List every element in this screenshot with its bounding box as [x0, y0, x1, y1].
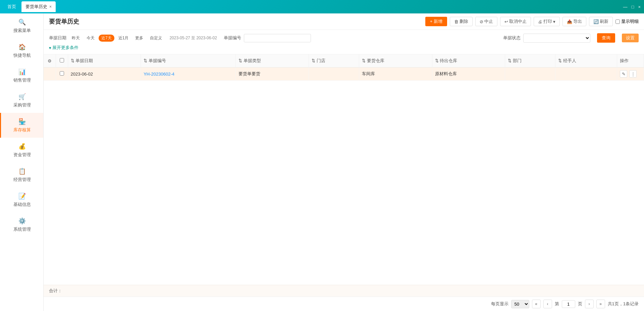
status-label: 单据状态 — [503, 35, 521, 41]
sidebar-item-search-menu[interactable]: 🔍 搜索菜单 — [0, 13, 43, 38]
col-department-sort-icon: ⇅ — [508, 58, 512, 63]
summary-label: 合计： — [49, 288, 62, 293]
doc-number-filter: 单据编号 — [224, 34, 311, 42]
doc-number-link[interactable]: YH-20230602-4 — [144, 72, 174, 77]
col-doc-number-sort-icon: ⇅ — [144, 58, 147, 63]
delete-icon: 🗑 — [454, 19, 459, 24]
window-minimize[interactable]: — — [623, 4, 628, 9]
tab-requisition-history[interactable]: 要货单历史 × — [21, 1, 56, 12]
sidebar-item-finance[interactable]: 💰 资金管理 — [0, 138, 43, 163]
prev-page-btn[interactable]: ‹ — [543, 300, 552, 308]
date-filter: 单据日期 昨天 今天 近7天 近1月 更多 自定义 2023-05-27 至 2… — [49, 35, 217, 42]
delete-label: 删除 — [460, 18, 468, 25]
sidebar-item-finance-label: 资金管理 — [13, 152, 31, 158]
doc-number-input[interactable] — [244, 34, 311, 42]
col-operations: 操作 — [617, 54, 644, 68]
row-req-warehouse: 车间库 — [359, 68, 432, 81]
window-maximize[interactable]: □ — [632, 4, 634, 9]
row-doc-number[interactable]: YH-20230602-4 — [141, 68, 236, 81]
data-table: ⚙ ⇅ 单据日期 ⇅ 单据编号 ⇅ 单据类型 ⇅ 门店 ⇅ 要货仓库 ⇅ 待出仓… — [44, 54, 644, 81]
col-store[interactable]: ⇅ 门店 — [309, 54, 359, 68]
col-pending-warehouse[interactable]: ⇅ 待出仓库 — [432, 54, 505, 68]
date-options: 昨天 今天 近7天 近1月 更多 自定义 — [69, 35, 165, 42]
display-cols-toggle[interactable]: 显示明细 — [615, 18, 639, 25]
filter-bar: 单据日期 昨天 今天 近7天 近1月 更多 自定义 2023-05-27 至 2… — [44, 30, 644, 54]
date-option-1month[interactable]: 近1月 — [116, 35, 131, 42]
print-dropdown-icon: ▾ — [553, 19, 555, 24]
pagination: 每页显示 50 100 200 « ‹ 第 页 › » 共1页，1条记录 — [44, 297, 644, 311]
col-req-warehouse[interactable]: ⇅ 要货仓库 — [359, 54, 432, 68]
date-option-7days[interactable]: 近7天 — [99, 35, 114, 42]
table-row[interactable]: 2023-06-02 YH-20230602-4 要货单要货 车间库 原材料仓库… — [44, 68, 644, 81]
col-doc-type[interactable]: ⇅ 单据类型 — [236, 54, 309, 68]
add-button[interactable]: + 新增 — [425, 17, 447, 26]
row-department — [505, 68, 555, 81]
date-option-custom[interactable]: 自定义 — [147, 35, 165, 42]
select-all-checkbox[interactable] — [60, 58, 64, 62]
expand-conditions-btn[interactable]: ▾ 展开更多条件 — [49, 45, 639, 51]
display-cols-checkbox[interactable] — [615, 19, 620, 24]
page-size-select[interactable]: 50 100 200 — [511, 300, 529, 308]
cancel-stop-button[interactable]: ↩ 取消中止 — [500, 17, 531, 26]
date-option-more[interactable]: 更多 — [132, 35, 146, 42]
col-settings[interactable]: ⚙ — [44, 54, 56, 68]
row-pending-warehouse: 原材料仓库 — [432, 68, 505, 81]
sidebar-item-inventory[interactable]: 🏪 库存核算 — [0, 113, 43, 138]
sidebar-item-system-label: 系统管理 — [13, 226, 31, 232]
col-date[interactable]: ⇅ 单据日期 — [68, 54, 141, 68]
col-date-sort-icon: ⇅ — [71, 58, 74, 63]
stop-icon: ⊘ — [480, 19, 483, 24]
col-handler[interactable]: ⇅ 经手人 — [555, 54, 617, 68]
top-bar: 首页 要货单历史 × — □ × — [0, 0, 644, 13]
date-option-today[interactable]: 今天 — [84, 35, 97, 42]
sidebar-item-purchase[interactable]: 🛒 采购管理 — [0, 88, 43, 113]
edit-icon[interactable]: ✎ — [620, 70, 627, 78]
delete-button[interactable]: 🗑 删除 — [450, 17, 473, 26]
tab-close-icon[interactable]: × — [49, 4, 52, 9]
col-checkbox[interactable] — [56, 54, 68, 68]
tab-active-label: 要货单历史 — [25, 4, 47, 10]
sidebar-item-basic-info[interactable]: 📝 基础信息 — [0, 187, 43, 212]
row-store — [309, 68, 359, 81]
status-select[interactable] — [523, 34, 590, 43]
sidebar-item-operations[interactable]: 📋 经营管理 — [0, 163, 43, 187]
total-info: 共1页，1条记录 — [608, 301, 639, 307]
more-icon[interactable]: ⋮ — [629, 70, 637, 78]
quick-nav-icon: 🏠 — [18, 43, 26, 51]
row-checkbox-cell[interactable] — [56, 68, 68, 81]
stop-button[interactable]: ⊘ 中止 — [475, 17, 497, 26]
col-department[interactable]: ⇅ 部门 — [505, 54, 555, 68]
tab-home[interactable]: 首页 — [3, 1, 20, 12]
print-button[interactable]: 🖨 打印 ▾ — [534, 17, 560, 26]
refresh-button[interactable]: 🔄 刷新 — [589, 17, 613, 26]
cancel-stop-label: 取消中止 — [509, 18, 527, 25]
status-filter: 单据状态 — [503, 34, 590, 43]
first-page-btn[interactable]: « — [532, 300, 541, 308]
settings-button[interactable]: 设置 — [622, 34, 639, 42]
expand-row: ▾ 展开更多条件 — [49, 45, 639, 51]
sidebar-item-quick-nav[interactable]: 🏠 快捷导航 — [0, 38, 43, 63]
page-header: 要货单历史 + 新增 🗑 删除 ⊘ 中止 ↩ 取消中止 🖨 打印 — [44, 13, 644, 30]
export-button[interactable]: 📤 导出 — [562, 17, 586, 26]
last-page-btn[interactable]: » — [596, 300, 605, 308]
sidebar-item-search-menu-label: 搜索菜单 — [13, 28, 31, 34]
col-handler-sort-icon: ⇅ — [558, 58, 562, 63]
next-page-btn[interactable]: › — [585, 300, 594, 308]
col-doc-number[interactable]: ⇅ 单据编号 — [141, 54, 236, 68]
basic-info-icon: 📝 — [18, 192, 26, 200]
row-operations: ✎ ⋮ — [617, 68, 644, 81]
system-icon: ⚙️ — [18, 217, 26, 225]
row-handler — [555, 68, 617, 81]
date-option-yesterday[interactable]: 昨天 — [69, 35, 83, 42]
sidebar-item-sales[interactable]: 📊 销售管理 — [0, 63, 43, 88]
table-header-row: ⚙ ⇅ 单据日期 ⇅ 单据编号 ⇅ 单据类型 ⇅ 门店 ⇅ 要货仓库 ⇅ 待出仓… — [44, 54, 644, 68]
query-button[interactable]: 查询 — [597, 33, 615, 43]
date-range-display: 2023-05-27 至 2023-06-02 — [169, 35, 217, 41]
row-checkbox[interactable] — [60, 71, 64, 76]
window-close[interactable]: × — [638, 4, 641, 9]
sidebar-item-system[interactable]: ⚙️ 系统管理 — [0, 212, 43, 237]
expand-label: 展开更多条件 — [52, 45, 78, 51]
row-doc-type: 要货单要货 — [236, 68, 309, 81]
date-filter-label: 单据日期 — [49, 35, 66, 41]
page-input[interactable] — [562, 300, 575, 308]
